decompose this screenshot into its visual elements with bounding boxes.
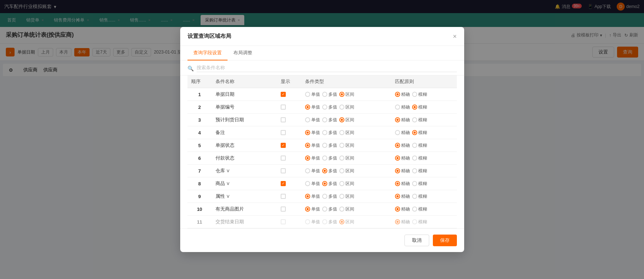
modal-table: 顺序 条件名称 显示 条件类型 匹配原则 1单据日期单值多值区间精确模糊2单据编… [187,75,457,79]
th-name: 条件名称 [212,75,277,79]
search-input[interactable] [197,65,457,72]
modal-tab-fields[interactable]: 查询字段设置 [187,46,228,60]
th-display: 显示 [277,75,301,79]
modal-title: 设置查询区域布局 [187,33,231,40]
th-order: 顺序 [187,75,212,79]
settings-modal: 设置查询区域布局 × 查询字段设置 布局调整 🔍 顺序 条件名称 [180,27,464,79]
modal-tab-layout[interactable]: 布局调整 [228,46,258,60]
th-match: 匹配原则 [391,75,457,79]
modal-table-wrap: 顺序 条件名称 显示 条件类型 匹配原则 1单据日期单值多值区间精确模糊2单据编… [180,75,464,79]
modal-header: 设置查询区域布局 × [180,27,464,46]
search-icon: 🔍 [187,66,194,71]
modal-search-bar: 🔍 [180,60,464,75]
modal-tabs: 查询字段设置 布局调整 [180,46,464,60]
table-header: 顺序 条件名称 显示 条件类型 匹配原则 [187,75,457,79]
modal-close-button[interactable]: × [453,33,457,40]
modal-overlay[interactable]: 设置查询区域布局 × 查询字段设置 布局调整 🔍 顺序 条件名称 [0,0,644,79]
th-type: 条件类型 [301,75,391,79]
